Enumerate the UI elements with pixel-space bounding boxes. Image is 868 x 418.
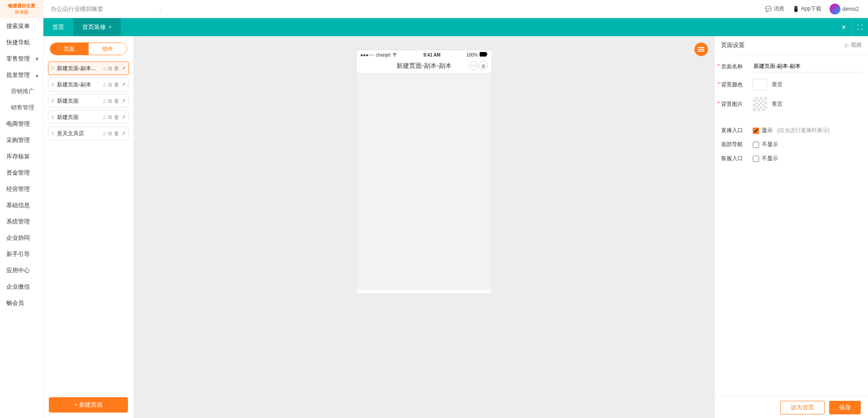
page-row[interactable]: ≡新建页面⌂⧉🗑↗	[48, 94, 129, 108]
share-icon[interactable]: ↗	[121, 130, 126, 137]
bottom-nav-label: 底部导航	[721, 141, 753, 148]
delete-icon[interactable]: 🗑	[114, 98, 119, 104]
wifi-icon	[392, 52, 397, 58]
sidebar-subitem[interactable]: 营销推广	[0, 83, 43, 100]
copy-icon[interactable]: ⧉	[108, 81, 112, 88]
svg-rect-1	[486, 53, 487, 55]
sidebar-item[interactable]: 新手引导	[0, 246, 43, 262]
messages-link[interactable]: 💬 消息	[765, 5, 784, 13]
save-button[interactable]: 保存	[829, 401, 861, 414]
chevron-down-icon: ⌄	[158, 5, 163, 12]
drag-icon[interactable]: ≡	[51, 114, 54, 120]
sidebar-item[interactable]: 快捷导航	[0, 34, 43, 51]
delete-icon[interactable]: 🗑	[114, 81, 119, 88]
tab[interactable]: 首页装修×	[73, 18, 121, 36]
message-icon: 💬	[765, 6, 772, 12]
phone-time: 9:41 AM	[397, 52, 466, 57]
copy-icon[interactable]: ⧉	[108, 65, 112, 71]
close-icon[interactable]: ×	[108, 24, 112, 30]
drag-icon[interactable]: ≡	[51, 130, 54, 137]
service-checkbox[interactable]: 不显示	[753, 155, 778, 162]
page-name-label: 页面名称	[721, 63, 753, 71]
sidebar-item[interactable]: 经营管理	[0, 181, 43, 197]
video-link[interactable]: ▷ 视频	[845, 41, 862, 49]
bg-image-reset[interactable]: 重置	[772, 100, 783, 108]
sidebar-item[interactable]: 电商管理	[0, 116, 43, 132]
copy-icon[interactable]: ⧉	[108, 98, 112, 104]
share-icon[interactable]: ↗	[121, 81, 126, 88]
tab-close-btn[interactable]: ✕	[835, 18, 852, 36]
phone-body[interactable]	[357, 73, 491, 290]
app-download-link[interactable]: 📱 App下载	[793, 5, 821, 13]
sidebar-item[interactable]: 畅会员	[0, 295, 43, 311]
tab[interactable]: 首页	[43, 18, 73, 36]
canvas: ●●●○○ chanjet 9:41 AM 100%	[134, 36, 714, 418]
share-icon[interactable]: ↗	[121, 98, 126, 104]
sidebar-item[interactable]: 系统管理	[0, 214, 43, 230]
topbar-right: 💬 消息 📱 App下载 demo2	[765, 4, 868, 14]
home-icon[interactable]: ⌂	[103, 81, 106, 88]
delete-icon[interactable]: 🗑	[114, 114, 119, 120]
copy-icon[interactable]: ⧉	[108, 114, 112, 120]
settings-title: 页面设置	[721, 41, 745, 49]
set-home-button[interactable]: 设为首页	[780, 401, 825, 414]
page-row[interactable]: ≡新建页面⌂⧉🗑↗	[48, 110, 129, 124]
live-entry-checkbox[interactable]: 显示 (仅当进行直播时展示)	[753, 127, 830, 134]
page-row-name: 新建页面-副本	[57, 81, 100, 89]
drag-icon[interactable]: ≡	[51, 98, 54, 104]
home-icon[interactable]: ⌂	[103, 114, 106, 120]
sidebar: 搜索菜单快捷导航零售管理▼批发管理▲营销推广销售管理电商管理采购管理库存核算资金…	[0, 18, 43, 418]
share-icon[interactable]: ↗	[121, 114, 126, 120]
sidebar-item[interactable]: 批发管理▲	[0, 67, 43, 83]
caret-icon: ▲	[35, 73, 39, 78]
phone-status-bar: ●●●○○ chanjet 9:41 AM 100%	[357, 50, 491, 59]
sidebar-item[interactable]: 企业微信	[0, 279, 43, 295]
sidebar-item[interactable]: 资金管理	[0, 165, 43, 181]
sidebar-item[interactable]: 应用中心	[0, 262, 43, 279]
bottom-nav-checkbox[interactable]: 不显示	[753, 141, 778, 148]
new-page-button[interactable]: + 新建页面	[49, 397, 128, 413]
settings-footer: 设为首页 保存	[715, 396, 868, 418]
page-row[interactable]: ≡新建页面-副本...⌂⧉🗑↗	[48, 62, 129, 75]
bg-color-reset[interactable]: 重置	[772, 81, 783, 89]
sidebar-item[interactable]: 采购管理	[0, 132, 43, 148]
page-row-name: 昊天文具店	[57, 130, 100, 138]
segment-page[interactable]: 页面	[50, 43, 89, 55]
top-bar: 畅捷通好生意 标准版 办公品行业模拟账套 ⌄ 💬 消息 📱 App下载 demo…	[0, 0, 868, 18]
mini-more-icon[interactable]: ⋯	[469, 61, 478, 70]
tab-bar: 首页首页装修× ✕ ⛶	[43, 18, 868, 36]
bg-color-swatch[interactable]	[753, 79, 767, 90]
segment-component[interactable]: 组件	[89, 43, 127, 55]
phone-preview: ●●●○○ chanjet 9:41 AM 100%	[356, 50, 492, 294]
battery-label: 100%	[466, 52, 478, 57]
delete-icon[interactable]: 🗑	[114, 130, 119, 137]
sidebar-item[interactable]: 企业协同	[0, 230, 43, 246]
sidebar-item[interactable]: 基础信息	[0, 197, 43, 214]
mini-target-icon[interactable]: ◎	[479, 61, 488, 70]
home-icon[interactable]: ⌂	[103, 130, 106, 137]
svg-rect-0	[480, 52, 486, 57]
sidebar-item[interactable]: 库存核算	[0, 148, 43, 165]
account-selector[interactable]: 办公品行业模拟账套 ⌄	[51, 5, 163, 13]
tab-expand-btn[interactable]: ⛶	[852, 18, 868, 36]
messages-label: 消息	[774, 5, 784, 13]
sidebar-item[interactable]: 零售管理▼	[0, 51, 43, 67]
sidebar-item[interactable]: 搜索菜单	[0, 18, 43, 34]
home-icon[interactable]: ⌂	[103, 98, 106, 104]
segment-control: 页面 组件	[50, 43, 127, 55]
page-row[interactable]: ≡昊天文具店⌂⧉🗑↗	[48, 127, 129, 140]
settings-panel: 页面设置 ▷ 视频 页面名称 背景颜色 重置	[714, 36, 868, 418]
delete-icon[interactable]: 🗑	[114, 65, 119, 71]
home-icon[interactable]: ⌂	[103, 65, 106, 71]
copy-icon[interactable]: ⧉	[108, 130, 112, 137]
bg-image-picker[interactable]	[753, 97, 767, 111]
user-menu[interactable]: demo2	[830, 4, 859, 14]
share-icon[interactable]: ↗	[121, 65, 126, 71]
page-name-input[interactable]	[753, 61, 862, 72]
page-row[interactable]: ≡新建页面-副本⌂⧉🗑↗	[48, 78, 129, 91]
drag-icon[interactable]: ≡	[51, 81, 54, 88]
live-entry-label: 直播入口	[721, 127, 753, 134]
sidebar-subitem[interactable]: 销售管理	[0, 100, 43, 116]
drag-icon[interactable]: ≡	[51, 65, 54, 71]
canvas-menu-button[interactable]	[694, 43, 708, 56]
